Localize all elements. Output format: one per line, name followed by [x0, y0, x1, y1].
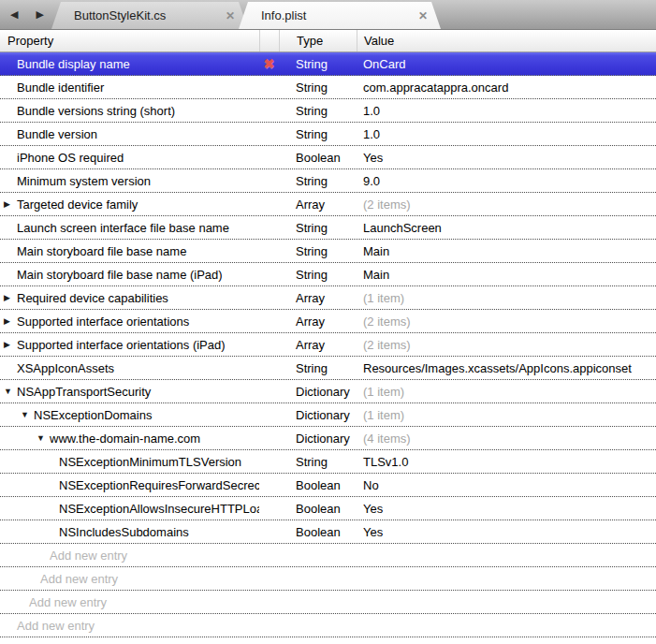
type-cell: String: [279, 216, 357, 239]
property-label: Required device capabilities: [17, 291, 168, 305]
property-cell: ▼ NSAppTransportSecurity: [0, 380, 259, 402]
column-header-property[interactable]: Property: [0, 30, 259, 51]
tab-infoplist[interactable]: Info.plist ✕: [239, 2, 441, 29]
type-cell: Boolean: [279, 520, 357, 543]
value-cell: [357, 544, 656, 566]
property-cell: ▼ www.the-domain-name.com: [0, 427, 259, 449]
value-cell: (4 items): [357, 427, 656, 449]
table-row[interactable]: ▶ Supported interface orientations (iPad…: [0, 333, 656, 357]
icon-cell: [259, 146, 279, 168]
property-cell: ▶ Supported interface orientations: [0, 310, 259, 332]
property-cell: XSAppIconAssets: [0, 357, 259, 379]
disclosure-triangle-icon[interactable]: ▼: [21, 411, 29, 419]
table-row[interactable]: XSAppIconAssets String Resources/Images.…: [0, 357, 656, 380]
icon-cell: [259, 403, 279, 426]
property-label: Launch screen interface file base name: [17, 221, 229, 235]
disclosure-triangle-icon[interactable]: ▼: [36, 434, 45, 443]
table-row[interactable]: ▶ Supported interface orientations Array…: [0, 310, 656, 333]
table-row[interactable]: NSExceptionAllowsInsecureHTTPLoads Boole…: [0, 497, 656, 520]
close-icon[interactable]: ✕: [413, 10, 441, 22]
back-icon[interactable]: ◀: [7, 7, 21, 22]
value-cell: [357, 567, 656, 590]
value-cell: 1.0: [357, 123, 656, 145]
value-cell: (1 item): [357, 380, 656, 402]
property-label: Main storyboard file base name: [17, 244, 186, 258]
property-label: NSAppTransportSecurity: [17, 385, 151, 399]
property-label: Bundle identifier: [17, 80, 104, 95]
table-row[interactable]: Add new entry: [0, 614, 656, 637]
type-cell: String: [279, 450, 357, 473]
property-cell: NSExceptionAllowsInsecureHTTPLoads: [0, 497, 259, 520]
type-cell: Array: [279, 193, 357, 215]
property-cell: Launch screen interface file base name: [0, 216, 259, 239]
table-row[interactable]: Bundle versions string (short) String 1.…: [0, 99, 656, 123]
forward-icon[interactable]: ▶: [33, 7, 46, 22]
property-cell: Bundle version: [0, 123, 259, 145]
table-row[interactable]: iPhone OS required Boolean Yes: [0, 146, 656, 169]
icon-cell: [259, 520, 279, 543]
table-row[interactable]: ▶ Required device capabilities Array (1 …: [0, 286, 656, 310]
table-row[interactable]: Bundle display name ✖ String OnCard: [0, 52, 656, 76]
property-cell: Bundle display name: [0, 52, 259, 75]
type-cell: Array: [279, 286, 357, 309]
tab-buttonstylekit[interactable]: ButtonStyleKit.cs ✕: [51, 2, 248, 29]
icon-cell: [259, 474, 279, 496]
table-row[interactable]: NSExceptionMinimumTLSVersion String TLSv…: [0, 450, 656, 474]
property-label: Minimum system version: [17, 174, 151, 188]
tab-label: ButtonStyleKit.cs: [51, 8, 220, 22]
property-label: Add new entry: [50, 549, 127, 563]
table-row[interactable]: ▼ NSExceptionDomains Dictionary (1 item): [0, 403, 656, 427]
disclosure-triangle-icon[interactable]: ▼: [4, 388, 12, 396]
type-cell: Dictionary: [279, 403, 357, 426]
type-cell: String: [279, 263, 357, 285]
type-cell: [279, 567, 357, 590]
type-cell: String: [279, 99, 357, 122]
disclosure-triangle-icon[interactable]: ▶: [4, 317, 10, 326]
property-cell: ▼ NSExceptionDomains: [0, 403, 259, 426]
table-row[interactable]: Main storyboard file base name String Ma…: [0, 240, 656, 263]
table-row[interactable]: Add new entry: [0, 591, 656, 614]
value-cell: (2 items): [357, 310, 656, 332]
table-row[interactable]: ▼ www.the-domain-name.com Dictionary (4 …: [0, 427, 656, 450]
property-cell: ▶ Supported interface orientations (iPad…: [0, 333, 259, 356]
disclosure-triangle-icon[interactable]: ▶: [4, 294, 10, 302]
icon-cell: [259, 497, 279, 520]
type-cell: String: [279, 169, 357, 192]
table-row[interactable]: Launch screen interface file base name S…: [0, 216, 656, 240]
type-cell: String: [279, 123, 357, 145]
column-header-type[interactable]: Type: [279, 30, 357, 51]
column-header-value[interactable]: Value: [357, 30, 656, 51]
icon-cell: [259, 380, 279, 402]
table-row[interactable]: NSIncludesSubdomains Boolean Yes: [0, 520, 656, 544]
value-cell: LaunchScreen: [357, 216, 656, 239]
property-cell: ▶ Targeted device family: [0, 193, 259, 215]
property-label: iPhone OS required: [17, 151, 124, 165]
property-label: NSExceptionAllowsInsecureHTTPLoads: [59, 502, 259, 516]
table-row[interactable]: NSExceptionRequiresForwardSecrecy Boolea…: [0, 474, 656, 497]
value-cell: [357, 591, 656, 613]
table-row[interactable]: Bundle identifier String com.appracatapp…: [0, 76, 656, 99]
table-row[interactable]: Add new entry: [0, 567, 656, 591]
disclosure-triangle-icon[interactable]: ▶: [4, 200, 10, 209]
icon-cell: [259, 240, 279, 262]
table-row[interactable]: Bundle version String 1.0: [0, 123, 656, 146]
type-cell: Array: [279, 310, 357, 332]
disclosure-triangle-icon[interactable]: ▶: [4, 341, 10, 349]
property-cell: Bundle versions string (short): [0, 99, 259, 122]
type-cell: Dictionary: [279, 427, 357, 449]
type-cell: String: [279, 357, 357, 379]
table-row[interactable]: Minimum system version String 9.0: [0, 169, 656, 193]
table-row[interactable]: ▶ Targeted device family Array (2 items): [0, 193, 656, 216]
table-row[interactable]: Main storyboard file base name (iPad) St…: [0, 263, 656, 286]
property-label: Supported interface orientations: [17, 315, 189, 329]
type-cell: String: [279, 240, 357, 262]
table-row[interactable]: ▼ NSAppTransportSecurity Dictionary (1 i…: [0, 380, 656, 403]
icon-cell: [259, 193, 279, 215]
property-label: NSExceptionRequiresForwardSecrecy: [59, 478, 259, 492]
delete-entry-icon[interactable]: ✖: [264, 57, 275, 70]
value-cell: Yes: [357, 146, 656, 168]
table-row[interactable]: Add new entry: [0, 544, 656, 567]
property-label: Bundle versions string (short): [17, 104, 175, 118]
type-cell: String: [279, 76, 357, 98]
icon-cell: [259, 216, 279, 239]
